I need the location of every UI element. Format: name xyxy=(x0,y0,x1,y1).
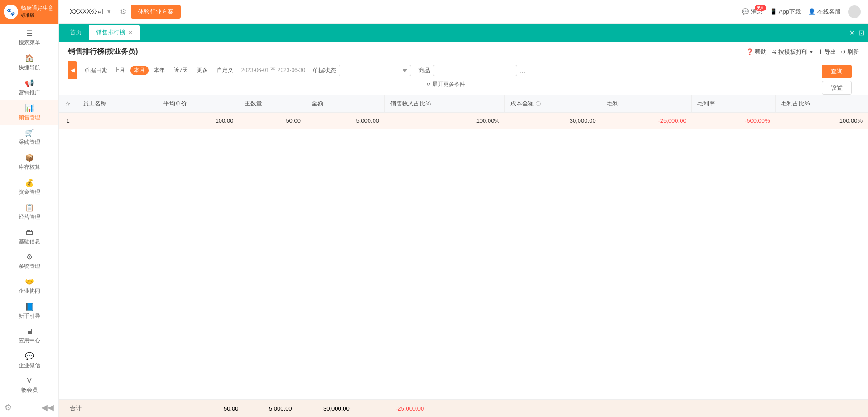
sidebar-label: 经营管理 xyxy=(19,213,40,221)
online-service-action[interactable]: 👤 在线客服 xyxy=(808,8,841,16)
sidebar-item-资金管理[interactable]: 💰资金管理 xyxy=(0,175,58,200)
sidebar-icon: 💰 xyxy=(25,178,34,187)
collapse-arrow[interactable]: ◀ xyxy=(68,61,77,79)
sidebar-item-营销推广[interactable]: 📢营销推广 xyxy=(0,75,58,100)
sidebar: 🐾 畅康通好生意 标准版 ☰搜索菜单🏠快捷导航📢营销推广📊销售管理🛒采购管理📦库… xyxy=(0,0,59,417)
date-filter-label: 单据日期 xyxy=(84,67,108,75)
sidebar-item-基础信息[interactable]: 🗃基础信息 xyxy=(0,225,58,249)
tab-sales-ranking[interactable]: 销售排行榜 ✕ xyxy=(89,25,140,40)
expand-bar[interactable]: ∨ 展开更多条件 xyxy=(77,78,815,91)
date-tab-this-month[interactable]: 本月 xyxy=(130,66,149,75)
sidebar-icon: 🤝 xyxy=(25,278,34,286)
table-row: 1 100.00 50.00 5,000.00 100.00% 30,000.0… xyxy=(59,113,868,129)
user-avatar[interactable] xyxy=(848,5,861,18)
logo-text-block: 畅康通好生意 标准版 xyxy=(21,5,53,19)
sidebar-icon: 🛒 xyxy=(25,129,34,137)
help-action[interactable]: ❓ 帮助 xyxy=(746,48,767,56)
chevron-down-icon: ▼ xyxy=(106,9,112,15)
sidebar-label: 基础信息 xyxy=(19,238,40,245)
trial-button[interactable]: 体验行业方案 xyxy=(131,5,181,19)
refresh-label: 刷新 xyxy=(847,48,859,56)
app-download-label: App下载 xyxy=(779,8,801,16)
sidebar-icon: ☰ xyxy=(26,29,33,38)
sidebar-icon: 📋 xyxy=(25,203,34,212)
sidebar-label: 系统管理 xyxy=(19,263,40,270)
goods-filter-group: 商品 ... xyxy=(418,65,525,76)
sidebar-label: 营销推广 xyxy=(19,89,40,96)
main-area: XXXXX公司 ▼ ⚙ 体验行业方案 💬 消息 99+ 📱 App下载 👤 在线… xyxy=(59,0,868,417)
tabbar: 首页 销售排行榜 ✕ ✕ ⊡ xyxy=(59,24,868,42)
date-tab-last-month[interactable]: 上月 xyxy=(110,66,129,75)
cell-name xyxy=(77,113,158,129)
window-close-icon[interactable]: ✕ xyxy=(849,29,855,37)
date-tab-this-year[interactable]: 本年 xyxy=(150,66,168,75)
cell-profit-pct: 100.00% xyxy=(776,113,868,129)
sidebar-item-企业微信[interactable]: 💬企业微信 xyxy=(0,348,58,373)
sidebar-item-应用中心[interactable]: 🖥应用中心 xyxy=(0,324,58,348)
sidebar-icon: 🖥 xyxy=(26,327,33,336)
close-icon[interactable]: ✕ xyxy=(128,29,133,36)
page-header: 销售排行榜(按业务员) ❓ 帮助 🖨 按模板打印 ▼ ⬇ 导出 xyxy=(59,42,868,95)
goods-more-icon[interactable]: ... xyxy=(520,67,525,74)
page-title-row: 销售排行榜(按业务员) ❓ 帮助 🖨 按模板打印 ▼ ⬇ 导出 xyxy=(68,47,859,61)
table-header: ☆ 员工名称 平均单价 主数量 全额 销售收入占比% 成本全额 ⓘ 毛利 毛利率… xyxy=(59,95,868,113)
tab-home[interactable]: 首页 xyxy=(62,25,89,40)
company-selector[interactable]: XXXXX公司 ▼ xyxy=(66,6,115,18)
col-profit: 毛利 xyxy=(601,95,692,113)
export-action[interactable]: ⬇ 导出 xyxy=(818,48,836,56)
refresh-action[interactable]: ↺ 刷新 xyxy=(841,48,859,56)
sidebar-icon: 🏠 xyxy=(25,54,34,62)
app-download-action[interactable]: 📱 App下载 xyxy=(770,8,801,16)
sidebar-label: 库存核算 xyxy=(19,163,40,171)
sidebar-item-搜索菜单[interactable]: ☰搜索菜单 xyxy=(0,25,58,50)
cell-sales-pct: 100.00% xyxy=(384,113,505,129)
date-tab-7days[interactable]: 近7天 xyxy=(170,66,192,75)
sidebar-item-新手引导[interactable]: 📘新手引导 xyxy=(0,299,58,324)
expand-label: 展开更多条件 xyxy=(432,81,465,88)
sidebar-item-销售管理[interactable]: 📊销售管理 xyxy=(0,100,58,125)
col-profit-pct: 毛利占比% xyxy=(776,95,868,113)
topbar-right: 💬 消息 99+ 📱 App下载 👤 在线客服 xyxy=(742,5,861,18)
sidebar-icon: 📊 xyxy=(25,104,34,112)
settings-button[interactable]: 设置 xyxy=(822,81,852,95)
message-badge: 99+ xyxy=(755,5,766,11)
print-chevron-icon: ▼ xyxy=(809,49,814,54)
app-name: 畅康通好生意 xyxy=(21,5,53,12)
sidebar-label: 销售管理 xyxy=(19,114,40,121)
collapse-icon[interactable]: ◀◀ xyxy=(41,403,54,412)
topbar-settings-icon[interactable]: ⚙ xyxy=(120,7,126,16)
date-tab-more[interactable]: 更多 xyxy=(193,66,211,75)
sidebar-item-企业协同[interactable]: 🤝企业协同 xyxy=(0,274,58,299)
sidebar-icon: 📢 xyxy=(25,79,34,87)
col-cost: 成本全额 ⓘ xyxy=(505,95,601,113)
sidebar-icon: 💬 xyxy=(25,352,34,360)
sidebar-item-采购管理[interactable]: 🛒采购管理 xyxy=(0,125,58,150)
footer-cost: 30,000.00 xyxy=(318,405,390,412)
sidebar-label: 企业微信 xyxy=(19,362,40,369)
date-range-display: 2023-06-01 至 2023-06-30 xyxy=(241,67,305,74)
print-action[interactable]: 🖨 按模板打印 ▼ xyxy=(771,48,814,56)
messages-action[interactable]: 💬 消息 99+ xyxy=(742,8,762,16)
status-filter-select[interactable] xyxy=(339,65,411,76)
service-icon: 👤 xyxy=(808,8,815,15)
sidebar-item-快捷导航[interactable]: 🏠快捷导航 xyxy=(0,50,58,75)
goods-filter-input[interactable] xyxy=(433,65,517,76)
date-tabs: 上月 本月 本年 近7天 更多 自定义 xyxy=(110,66,237,75)
sidebar-item-库存核算[interactable]: 📦库存核算 xyxy=(0,150,58,175)
sidebar-item-系统管理[interactable]: ⚙系统管理 xyxy=(0,249,58,274)
sidebar-icon: 📦 xyxy=(25,153,34,162)
sidebar-label: 新手引导 xyxy=(19,312,40,320)
export-icon: ⬇ xyxy=(818,48,823,55)
window-restore-icon[interactable]: ⊡ xyxy=(858,29,864,37)
table-body: 1 100.00 50.00 5,000.00 100.00% 30,000.0… xyxy=(59,113,868,129)
query-button[interactable]: 查询 xyxy=(822,65,852,78)
app-sub: 标准版 xyxy=(21,12,53,19)
settings-icon[interactable]: ⚙ xyxy=(5,403,12,412)
date-filter-group: 单据日期 上月 本月 本年 近7天 更多 自定义 2023-06-01 至 20… xyxy=(84,66,305,75)
col-avg-price: 平均单价 xyxy=(158,95,239,113)
sidebar-item-经营管理[interactable]: 📋经营管理 xyxy=(0,200,58,225)
sidebar-item-畅会员[interactable]: V畅会员 xyxy=(0,373,58,398)
sidebar-icon: ⚙ xyxy=(26,253,33,261)
date-tab-custom[interactable]: 自定义 xyxy=(213,66,237,75)
sidebar-label: 企业协同 xyxy=(19,288,40,295)
